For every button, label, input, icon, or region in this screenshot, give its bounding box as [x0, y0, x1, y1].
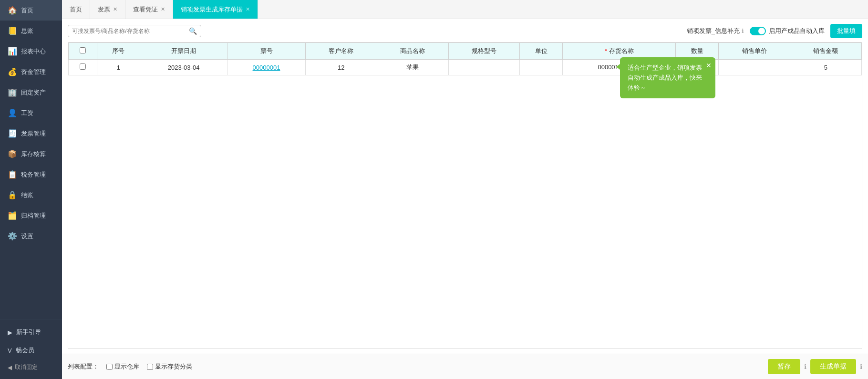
sidebar-item-fund-management[interactable]: 💰资金管理 — [0, 62, 62, 82]
tab-close-cancel-invoice-tab[interactable]: ✕ — [246, 6, 250, 12]
col-header-unit-price: 销售单价 — [719, 43, 790, 60]
tab-cancel-invoice-tab[interactable]: 销项发票生成库存单据✕ — [173, 0, 258, 19]
select-all-checkbox[interactable] — [80, 47, 86, 53]
search-icon[interactable]: 🔍 — [189, 27, 197, 35]
sidebar-label-home: 首页 — [21, 6, 33, 15]
tooltip-popup: ✕ 适合生产型企业，销项发票自动生成产成品入库，快来体验～ — [620, 57, 715, 98]
sidebar-icon-settings: ⚙️ — [8, 232, 17, 241]
cell-date-0[interactable]: 2023-03-04 — [140, 60, 227, 75]
col-header-unit: 单位 — [520, 43, 563, 60]
sidebar-item-archive-management[interactable]: 🗂️归档管理 — [0, 205, 62, 226]
sidebar-label-settings: 设置 — [21, 232, 33, 241]
row-checkbox-0[interactable] — [80, 63, 86, 70]
sidebar-item-fixed-assets[interactable]: 🏢固定资产 — [0, 82, 62, 103]
tab-close-view-voucher-tab[interactable]: ✕ — [161, 6, 165, 12]
col-header-date: 开票日期 — [140, 43, 227, 60]
unpin-icon: ◀ — [8, 364, 12, 371]
generate-help-icon[interactable]: ℹ — [860, 363, 862, 370]
col-header-product-name: 商品名称 — [377, 43, 448, 60]
search-input[interactable] — [72, 28, 189, 34]
sidebar-bottom-item-new-guide[interactable]: ▶新手引导 — [0, 323, 62, 341]
content-area: 🔍 销项发票_信息补充 ℹ 启用产成品自动入库 批量填 序号开票日期票号客户名称… — [62, 19, 868, 354]
unpin-label: 取消固定 — [15, 363, 38, 371]
sidebar-bottom-item-vip-member[interactable]: V畅会员 — [0, 341, 62, 359]
cell-seq-0: 1 — [97, 60, 140, 75]
sidebar-bottom-icon-vip-member: V — [8, 347, 12, 354]
show-inventory-category-label: 显示存货分类 — [155, 362, 192, 371]
search-box: 🔍 — [68, 25, 201, 37]
sidebar-icon-fund-management: 💰 — [8, 67, 17, 76]
sidebar-icon-payroll: 👤 — [8, 108, 17, 117]
sidebar-item-invoice-management[interactable]: 🧾发票管理 — [0, 123, 62, 144]
toolbar-right: 销项发票_信息补充 ℹ 启用产成品自动入库 批量填 — [687, 24, 862, 38]
data-table: 序号开票日期票号客户名称商品名称规格型号单位存货名称数量销售单价销售金额 120… — [68, 42, 862, 75]
cell-unit-0 — [520, 60, 563, 75]
sidebar-bottom-label-new-guide: 新手引导 — [16, 328, 41, 337]
sidebar-icon-closing: 🔒 — [8, 190, 17, 200]
list-config-label: 列表配置： — [68, 362, 99, 371]
sidebar-bottom-label-vip-member: 畅会员 — [16, 346, 34, 355]
toggle-label: 启用产成品自动入库 — [769, 27, 825, 35]
sidebar-bottom: ▶新手引导V畅会员 ◀ 取消固定 — [0, 319, 62, 379]
show-warehouse-wrap[interactable]: 显示仓库 — [106, 362, 139, 371]
sidebar-label-fund-management: 资金管理 — [21, 68, 46, 76]
tab-invoice-tab[interactable]: 发票✕ — [90, 0, 125, 19]
show-inventory-category-checkbox[interactable] — [147, 364, 153, 370]
sidebar-label-fixed-assets: 固定资产 — [21, 88, 46, 97]
ticket-link-0[interactable]: 00000001 — [253, 64, 280, 71]
generate-button[interactable]: 生成单据 — [810, 359, 856, 374]
save-help-icon[interactable]: ℹ — [804, 363, 806, 370]
cell-spec-0 — [448, 60, 520, 75]
sidebar-unpin-button[interactable]: ◀ 取消固定 — [0, 359, 62, 375]
tab-label-home-tab: 首页 — [70, 5, 82, 14]
save-button[interactable]: 暂存 — [768, 359, 800, 374]
col-header-seq: 序号 — [97, 43, 140, 60]
sidebar-icon-general-ledger: 📒 — [8, 26, 17, 35]
show-inventory-category-wrap[interactable]: 显示存货分类 — [147, 362, 192, 371]
sidebar-icon-fixed-assets: 🏢 — [8, 88, 17, 97]
tab-close-invoice-tab[interactable]: ✕ — [113, 6, 117, 12]
col-header-customer: 客户名称 — [305, 43, 377, 60]
sidebar-icon-tax-management: 📋 — [8, 170, 17, 179]
sidebar-icon-inventory: 📦 — [8, 149, 17, 158]
batch-fill-button[interactable]: 批量填 — [830, 24, 862, 38]
cell-customer-0: 12 — [305, 60, 377, 75]
sidebar-label-tax-management: 税务管理 — [21, 170, 46, 179]
sidebar-item-settings[interactable]: ⚙️设置 — [0, 226, 62, 246]
tab-label-view-voucher-tab: 查看凭证 — [133, 5, 158, 14]
tooltip-text: 适合生产型企业，销项发票自动生成产成品入库，快来体验～ — [628, 64, 702, 91]
col-header-spec: 规格型号 — [448, 43, 520, 60]
cell-checkbox-0[interactable] — [69, 60, 97, 75]
sidebar: 🏠首页📒总账📊报表中心💰资金管理🏢固定资产👤工资🧾发票管理📦库存核算📋税务管理🔒… — [0, 0, 62, 379]
tab-home-tab[interactable]: 首页 — [62, 0, 90, 19]
sidebar-icon-archive-management: 🗂️ — [8, 211, 17, 220]
sidebar-label-report-center: 报表中心 — [21, 47, 46, 56]
cell-ticket-no-0[interactable]: 00000001 — [227, 60, 305, 75]
sidebar-item-home[interactable]: 🏠首页 — [0, 0, 62, 21]
sidebar-item-general-ledger[interactable]: 📒总账 — [0, 21, 62, 41]
show-warehouse-checkbox[interactable] — [106, 364, 113, 370]
sidebar-label-closing: 结账 — [21, 191, 33, 200]
col-header-checkbox[interactable] — [69, 43, 97, 60]
info-label: 销项发票_信息补充 ℹ — [687, 27, 744, 35]
sidebar-item-tax-management[interactable]: 📋税务管理 — [0, 164, 62, 185]
tab-view-voucher-tab[interactable]: 查看凭证✕ — [125, 0, 173, 19]
sidebar-bottom-icon-new-guide: ▶ — [8, 329, 12, 336]
tab-label-cancel-invoice-tab: 销项发票生成库存单据 — [181, 5, 243, 14]
toolbar-top: 🔍 销项发票_信息补充 ℹ 启用产成品自动入库 批量填 — [68, 24, 862, 38]
sidebar-item-report-center[interactable]: 📊报表中心 — [0, 41, 62, 62]
sidebar-item-inventory[interactable]: 📦库存核算 — [0, 144, 62, 164]
sidebar-icon-report-center: 📊 — [8, 47, 17, 56]
main-content: 首页发票✕查看凭证✕销项发票生成库存单据✕ 🔍 销项发票_信息补充 ℹ 启用产成… — [62, 0, 868, 379]
cell-unit-price-0 — [719, 60, 790, 75]
sidebar-label-inventory: 库存核算 — [21, 150, 46, 158]
auto-warehouse-toggle[interactable] — [750, 27, 766, 35]
tab-bar: 首页发票✕查看凭证✕销项发票生成库存单据✕ — [62, 0, 868, 19]
toggle-wrap: 启用产成品自动入库 — [750, 27, 825, 35]
info-icon[interactable]: ℹ — [742, 28, 744, 34]
tooltip-close-icon[interactable]: ✕ — [706, 60, 712, 71]
sidebar-item-payroll[interactable]: 👤工资 — [0, 103, 62, 123]
sidebar-icon-invoice-management: 🧾 — [8, 129, 17, 138]
sidebar-item-closing[interactable]: 🔒结账 — [0, 185, 62, 205]
bottom-bar: 列表配置： 显示仓库 显示存货分类 暂存 ℹ 生成单据 ℹ — [62, 354, 868, 379]
